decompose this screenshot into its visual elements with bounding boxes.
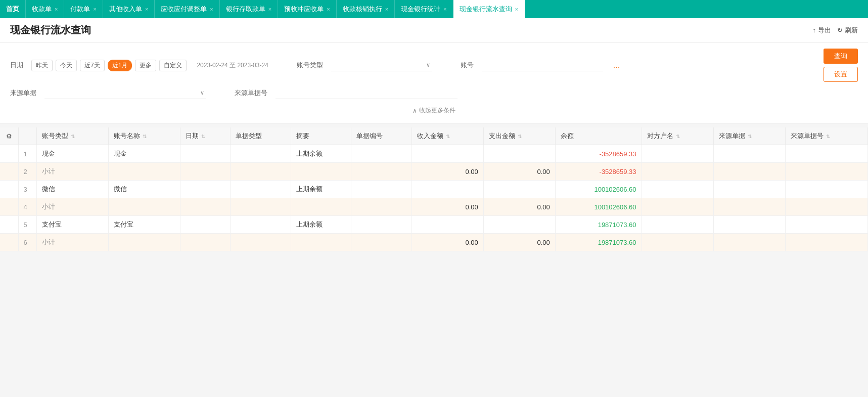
nav-tab-label: 收款单 [32,5,52,14]
nav-tab-prepaid-offset[interactable]: 预收冲应收单× [278,0,336,18]
col-source-doc[interactable]: 来源单据 ⇅ [713,127,785,145]
cell-balance: 19871073.60 [555,234,642,251]
close-icon[interactable]: × [93,6,96,12]
col-expense[interactable]: 支出金额 ⇅ [483,127,555,145]
cell-balance: -3528659.33 [555,145,642,163]
cell-balance: -3528659.33 [555,163,642,181]
cell-doc-no [351,198,412,216]
nav-tab-cash-bank-stats[interactable]: 现金银行统计× [395,0,453,18]
nav-tab-ap-adjustment[interactable]: 应收应付调整单× [155,0,219,18]
cell-doc-no [351,163,412,181]
close-icon[interactable]: × [268,6,271,12]
source-doc-select-wrapper: ∨ [44,87,206,99]
table-row: 4 小计 0.00 0.00 100102606.60 [0,198,868,216]
settings-button[interactable]: 设置 [824,67,858,82]
cell-checkbox [0,163,18,181]
sort-icon: ⇅ [676,134,680,139]
date-btn-近1月[interactable]: 近1月 [108,60,132,71]
col-income[interactable]: 收入金额 ⇅ [412,127,483,145]
col-seq [18,127,36,145]
col-date[interactable]: 日期 ⇅ [180,127,230,145]
nav-tab-other-income[interactable]: 其他收入单× [103,0,155,18]
date-btn-今天[interactable]: 今天 [56,60,77,71]
date-btn-自定义[interactable]: 自定义 [159,60,187,71]
page-title: 现金银行流水查询 [10,23,91,37]
date-btn-昨天[interactable]: 昨天 [31,60,53,71]
nav-tab-receipt[interactable]: 收款单× [26,0,64,18]
ellipsis-icon[interactable]: ... [611,61,622,70]
col-counterparty[interactable]: 对方户名 ⇅ [642,127,713,145]
account-type-select[interactable]: 现金 微信 支付宝 [331,59,432,71]
close-icon[interactable]: × [55,6,58,12]
nav-tab-bank-deposit[interactable]: 银行存取款单× [220,0,278,18]
nav-tab-home[interactable]: 首页 [0,0,26,18]
date-btn-更多[interactable]: 更多 [135,60,156,71]
cell-doc-no [351,216,412,234]
col-account-name[interactable]: 账号名称 ⇅ [108,127,180,145]
cell-doc-type [230,234,291,251]
col-account-type[interactable]: 账号类型 ⇅ [36,127,108,145]
cell-summary [291,234,351,251]
col-doc-no: 单据编号 [351,127,412,145]
sort-icon: ⇅ [201,134,205,139]
cell-seq: 6 [18,234,36,251]
cell-source-doc-no [785,216,867,234]
cell-expense [483,181,555,198]
cell-summary: 上期余额 [291,181,351,198]
cell-balance: 100102606.60 [555,181,642,198]
nav-tab-collection-exec[interactable]: 收款核销执行× [337,0,395,18]
col-balance: 余额 [555,127,642,145]
account-input[interactable] [482,59,603,71]
table-row: 2 小计 0.00 0.00 -3528659.33 [0,163,868,181]
cell-seq: 1 [18,145,36,163]
cell-doc-type [230,145,291,163]
cell-counterparty [642,181,713,198]
source-doc-select[interactable] [44,87,206,99]
cell-income [412,216,483,234]
cell-doc-type [230,198,291,216]
cell-expense: 0.00 [483,163,555,181]
cell-seq: 3 [18,181,36,198]
collapse-label: 收起更多条件 [419,106,455,115]
nav-tab-cash-bank-flow[interactable]: 现金银行流水查询× [453,0,525,18]
close-icon[interactable]: × [443,6,446,12]
query-button[interactable]: 查询 [824,49,858,64]
cell-doc-no [351,181,412,198]
sort-icon: ⇅ [518,134,522,139]
export-button[interactable]: ↑ 导出 [813,26,832,35]
cell-checkbox [0,198,18,216]
account-type-select-wrapper: 现金 微信 支付宝 ∨ [331,59,432,71]
col-source-doc-no[interactable]: 来源单据号 ⇅ [785,127,867,145]
cell-account-type: 现金 [36,145,108,163]
col-settings[interactable]: ⚙ [0,127,18,145]
cell-expense [483,145,555,163]
close-icon[interactable]: × [145,6,148,12]
gear-icon: ⚙ [6,133,12,140]
close-icon[interactable]: × [327,6,330,12]
close-icon[interactable]: × [210,6,213,12]
filter-row-1: 日期 昨天今天近7天近1月更多自定义 2023-02-24 至 2023-03-… [10,49,858,82]
date-btn-近7天[interactable]: 近7天 [80,60,105,71]
close-icon[interactable]: × [515,6,518,12]
nav-tab-label: 现金银行统计 [401,5,440,14]
refresh-button[interactable]: ↻ 刷新 [837,26,858,35]
nav-tab-payment[interactable]: 付款单× [64,0,103,18]
cell-source-doc-no [785,234,867,251]
cell-expense: 0.00 [483,234,555,251]
cell-doc-no [351,234,412,251]
collapse-bar[interactable]: ∧ 收起更多条件 [10,104,858,117]
cell-account-type: 小计 [36,198,108,216]
cell-doc-type [230,181,291,198]
page-header: 现金银行流水查询 ↑ 导出 ↻ 刷新 [0,18,868,42]
close-icon[interactable]: × [385,6,388,12]
table-body: 1 现金 现金 上期余额 -3528659.33 2 小计 0.00 0.00 … [0,145,868,251]
cell-counterparty [642,234,713,251]
account-label: 账号 [461,61,474,70]
cell-account-type: 小计 [36,234,108,251]
cell-date [180,216,230,234]
nav-tab-label: 其他收入单 [109,5,142,14]
table-row: 6 小计 0.00 0.00 19871073.60 [0,234,868,251]
cell-source-doc [713,198,785,216]
cell-date [180,145,230,163]
source-doc-no-input[interactable] [276,87,458,99]
